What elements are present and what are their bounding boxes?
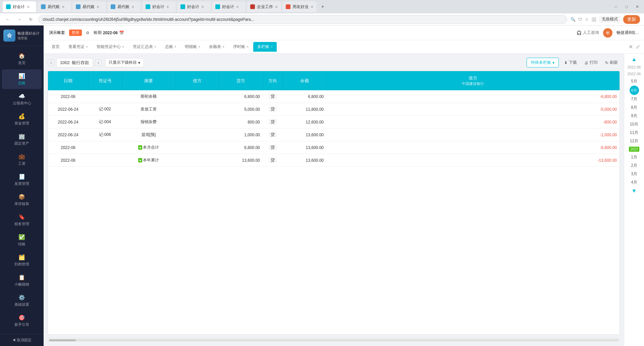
tab-close-voucher-summary[interactable]: ×	[154, 45, 156, 49]
tab-home[interactable]: 首页	[48, 42, 64, 52]
tab-smart-voucher[interactable]: 智能凭证中心 ×	[93, 42, 128, 52]
shield-icon[interactable]: 🛡	[578, 17, 582, 22]
sidebar-item-settings[interactable]: ⚙️ 基础设置	[2, 291, 42, 310]
tab-close-2[interactable]: ✕	[97, 5, 99, 9]
browser-tab-2[interactable]: 易代账 ✕	[72, 1, 106, 12]
sidebar-item-invoice[interactable]: 🧾 发票管理	[2, 170, 42, 190]
month-jul[interactable]: 7月	[624, 95, 644, 103]
tab-close-multi[interactable]: ×	[271, 45, 273, 49]
browser-tab-6[interactable]: 好会计 ✕	[177, 1, 211, 12]
search-icon[interactable]: 🔍	[571, 17, 576, 22]
consult-button[interactable]: 🎧 人工咨询	[577, 30, 599, 36]
month-sep[interactable]: 9月	[624, 112, 644, 120]
browser-tab-5[interactable]: 好会计 ✕	[3, 1, 36, 12]
tab-close-8[interactable]: ✕	[275, 5, 278, 9]
date-2022-06-2[interactable]: 2022.06	[627, 70, 642, 77]
voucher-link[interactable]: 记-006	[99, 132, 111, 137]
account-select[interactable]: 1002 银行存款	[56, 58, 93, 67]
month-oct[interactable]: 10月	[624, 120, 644, 129]
scroll-thumb[interactable]	[49, 339, 76, 341]
tab-close-view-voucher[interactable]: ×	[86, 45, 88, 49]
browser-tab-9[interactable]: 用友好业 ✕	[282, 1, 317, 12]
update-button[interactable]: 更新	[623, 15, 640, 24]
date-2022-06-top[interactable]: 2022.06	[627, 64, 642, 70]
sidebar-item-cloud-report[interactable]: ☁️ 云报表中心	[2, 90, 42, 109]
tab-multi-column[interactable]: 多栏账 ×	[253, 42, 277, 52]
calendar-icon[interactable]: 📅	[119, 31, 124, 35]
cell-credit: 6,800.00	[219, 141, 263, 154]
month-feb[interactable]: 2月	[624, 161, 644, 170]
scroll-up-button[interactable]: ▲	[630, 55, 638, 64]
new-tab-button[interactable]: +	[318, 2, 327, 11]
tab-balance[interactable]: 余额表 ×	[205, 42, 228, 52]
expand-icon[interactable]: ⤢	[636, 44, 640, 50]
tab-close-7[interactable]: ✕	[236, 5, 239, 9]
month-apr[interactable]: 4月	[624, 178, 644, 187]
filter-select[interactable]: 只显示下级科目 ▾	[105, 58, 144, 67]
sidebar-item-ledger[interactable]: 📊 总账	[2, 69, 42, 89]
tab-close-6[interactable]: ✕	[201, 5, 204, 9]
month-jan[interactable]: 1月	[624, 153, 644, 161]
multi-column-button[interactable]: 特殊多栏账 ▾	[527, 58, 559, 67]
month-nov[interactable]: 11月	[624, 129, 644, 137]
tab-close-smart-voucher[interactable]: ×	[122, 45, 124, 49]
sidebar-item-asset[interactable]: 🏢 固定资产	[2, 130, 42, 149]
month-jun-active[interactable]: 6月	[630, 86, 639, 95]
scroll-down-button[interactable]: ▼	[630, 187, 638, 195]
close-button[interactable]: ✕	[633, 3, 641, 11]
browser-tab-7[interactable]: 好会计 ✕	[212, 1, 246, 12]
back-button[interactable]: ←	[4, 15, 12, 23]
tab-close-general[interactable]: ×	[174, 45, 176, 49]
bottom-scrollbar[interactable]	[48, 338, 620, 342]
tab-view-voucher[interactable]: 查看凭证 ×	[64, 42, 92, 52]
sidebar-item-inventory[interactable]: 📦 库存核算	[2, 190, 42, 210]
month-aug[interactable]: 8月	[624, 103, 644, 112]
tab-voucher-summary[interactable]: 凭证汇总表 ×	[129, 42, 160, 52]
tab-detail-ledger[interactable]: 明细账 ×	[181, 42, 204, 52]
tab-close-4[interactable]: ✕	[166, 5, 169, 9]
refresh-button[interactable]: ↻	[27, 15, 35, 23]
browser-tab-4[interactable]: 好会计 ✕	[142, 1, 176, 12]
print-button[interactable]: 🖨 打印	[582, 58, 600, 67]
tab-close-journal[interactable]: ×	[247, 45, 249, 49]
tab-journal[interactable]: 序时账 ×	[229, 42, 253, 52]
sidebar-item-salary[interactable]: 💼 工资	[2, 150, 42, 169]
tab-close-balance[interactable]: ×	[222, 45, 224, 49]
sidebar-item-member[interactable]: 👑 畅会员	[2, 331, 42, 334]
voucher-link[interactable]: 记-002	[99, 107, 111, 111]
tab-general-ledger[interactable]: 总账 ×	[161, 42, 180, 52]
maximize-button[interactable]: □	[623, 3, 631, 11]
sidebar-item-guide[interactable]: 🎯 新手引导	[2, 311, 42, 331]
extension-icon[interactable]: ⬜	[591, 17, 596, 22]
address-input[interactable]	[38, 15, 567, 24]
voucher-link[interactable]: 记-004	[99, 119, 111, 124]
tab-close-3[interactable]: ✕	[131, 5, 134, 9]
sidebar-item-home[interactable]: 🏠 首页	[2, 49, 42, 69]
cell-extra: -13,600.00	[326, 154, 620, 167]
download-button[interactable]: ⬇ 下载	[562, 58, 579, 67]
tab-close-detail[interactable]: ×	[198, 45, 200, 49]
browser-tab-1[interactable]: 易代账 ✕	[38, 1, 71, 12]
collapse-icon[interactable]: ✕	[629, 44, 633, 50]
sidebar-item-archive[interactable]: 🗂️ 归档管理	[2, 251, 42, 270]
next-account-button[interactable]: ›	[95, 59, 102, 66]
prev-account-button[interactable]: ‹	[48, 59, 54, 66]
forward-button[interactable]: →	[15, 15, 23, 23]
month-may[interactable]: 5月	[624, 77, 644, 86]
minimize-button[interactable]: ─	[612, 3, 620, 11]
sidebar-item-fund[interactable]: 💰 资金管理	[2, 110, 42, 129]
bookmark-icon[interactable]: ☆	[585, 17, 589, 22]
month-dec[interactable]: 12月	[624, 137, 644, 145]
unpin-button[interactable]: ◀ 取消固定	[3, 338, 40, 343]
tab-close-9[interactable]: ✕	[311, 5, 313, 9]
sidebar-item-close[interactable]: ✅ 结账	[2, 231, 42, 250]
browser-tab-8[interactable]: 企业工作 ✕	[247, 1, 281, 12]
sidebar-item-expense[interactable]: 📋 小畅报销	[2, 271, 42, 290]
settings-icon[interactable]: ⚙	[86, 31, 90, 35]
browser-tab-3[interactable]: 易代账 ✕	[107, 1, 141, 12]
tab-close-5[interactable]: ✕	[27, 5, 30, 9]
month-mar[interactable]: 3月	[624, 170, 644, 178]
sidebar-item-tax[interactable]: 🔖 税务管理	[2, 210, 42, 230]
refresh-button[interactable]: ↻ 刷新	[603, 58, 620, 67]
tab-close-1[interactable]: ✕	[62, 5, 64, 9]
